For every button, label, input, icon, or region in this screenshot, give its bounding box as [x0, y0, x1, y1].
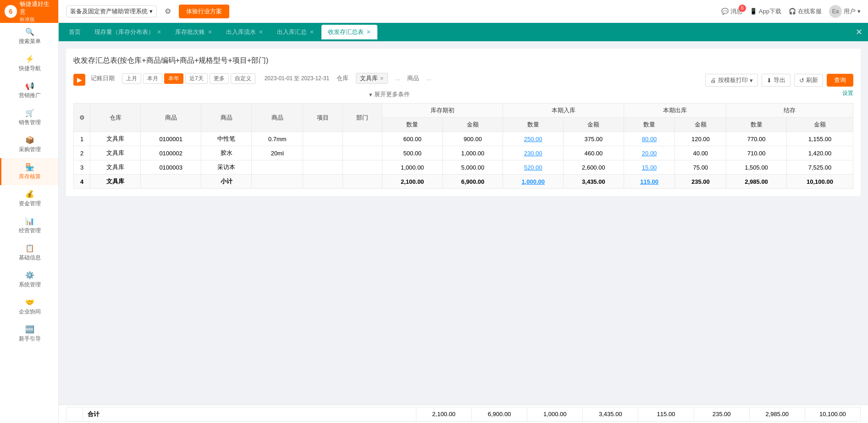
goods-more[interactable]: ...	[426, 75, 431, 82]
tab-flow[interactable]: 出入库流水✕	[220, 25, 270, 39]
expand-row: ▾ 展开更多条件	[73, 90, 705, 99]
total-in-qty: 1,000.00	[527, 407, 583, 421]
sidebar-item-quick[interactable]: ⚡快捷导航	[0, 50, 58, 77]
total-closing-qty: 2,985.00	[749, 407, 805, 421]
group-out: 本期出库	[624, 104, 726, 118]
export-button[interactable]: ⬇ 导出	[762, 74, 791, 87]
table-settings-header[interactable]: ⚙	[74, 104, 90, 132]
tab-close-batch[interactable]: ✕	[208, 29, 212, 35]
search-icon: 🔍	[25, 27, 34, 36]
sidebar-header[interactable]: 6 畅捷通好生意 标准版	[0, 0, 58, 23]
export-icon: ⬇	[767, 77, 772, 84]
col-warehouse: 仓库	[90, 104, 141, 132]
sidebar-item-collab[interactable]: 🤝企业协同	[0, 293, 58, 320]
sales-icon: 🛒	[25, 109, 34, 117]
tab-close-recv_send[interactable]: ✕	[366, 29, 371, 35]
sidebar-item-guide[interactable]: 🆕新手引导	[0, 320, 58, 347]
marketing-icon: 📢	[25, 82, 34, 90]
message-badge: 6	[739, 5, 746, 12]
filter-bar: ▶ 记账日期 上月本月本年近7天更多自定义 2023-01-01 至 2023-…	[73, 73, 705, 86]
col-name: 商品	[201, 104, 252, 132]
sidebar-nav: 🔍搜索菜单⚡快捷导航📢营销推广🛒销售管理📦采购管理🏪库存核算💰资金管理📊经营管理…	[0, 23, 58, 423]
total-in-amt: 3,435.00	[583, 407, 638, 421]
app-download-action[interactable]: 📱 App下载	[750, 7, 781, 16]
user-action[interactable]: Ea 用户 ▾	[829, 5, 861, 18]
tab-bar-end: ✕	[854, 25, 864, 39]
sidebar: 6 畅捷通好生意 标准版 🔍搜索菜单⚡快捷导航📢营销推广🛒销售管理📦采购管理🏪库…	[0, 0, 59, 423]
sidebar-item-basic[interactable]: 📋基础信息	[0, 239, 58, 266]
filter-toolbar-row: ▶ 记账日期 上月本月本年近7天更多自定义 2023-01-01 至 2023-…	[73, 73, 853, 103]
sub-in-amt: 金额	[564, 118, 624, 132]
sidebar-item-inventory[interactable]: 🏪库存核算	[0, 158, 58, 185]
expand-conditions-button[interactable]: ▾ 展开更多条件	[369, 90, 410, 99]
date-btn-上月[interactable]: 上月	[122, 73, 141, 84]
table-row: 2 文具库 0100002 胶水 20ml 500.00 1,000.00 23…	[74, 146, 853, 160]
date-btn-自定义[interactable]: 自定义	[231, 73, 255, 84]
sub-out-qty: 数量	[624, 118, 675, 132]
refresh-button[interactable]: ↺ 刷新	[794, 74, 823, 87]
date-btn-更多[interactable]: 更多	[210, 73, 229, 84]
finance-icon: 💰	[25, 190, 34, 198]
tab-close-stock_dist[interactable]: ✕	[157, 29, 161, 35]
tab-close-summary[interactable]: ✕	[310, 29, 314, 35]
filter-group: 记账日期 上月本月本年近7天更多自定义 2023-01-01 至 2023-12…	[91, 73, 705, 84]
quick-icon: ⚡	[25, 55, 34, 63]
tab-recv_send[interactable]: 收发存汇总表✕	[321, 25, 377, 39]
warehouse-tag-remove[interactable]: ✕	[380, 76, 384, 82]
report-card: 收发存汇总表(按仓库+商品编码+商品+规格型号+项目+部门) ▶ 记账日期 上月…	[66, 49, 861, 196]
total-opening-qty: 2,100.00	[416, 407, 471, 421]
tab-batch[interactable]: 库存批次账✕	[169, 25, 219, 39]
print-button[interactable]: 🖨 按模板打印 ▾	[705, 74, 758, 87]
chevron-down-icon: ▾	[149, 8, 153, 15]
col-project: 项目	[303, 104, 343, 132]
tab-stock_dist[interactable]: 现存量（库存分布表）✕	[88, 25, 168, 39]
brand-logo: 6	[5, 5, 17, 18]
warehouse-filter-tag[interactable]: 文具库 ✕	[356, 73, 388, 84]
tab-close-flow[interactable]: ✕	[259, 29, 263, 35]
table-row: 1 文具库 0100001 中性笔 0.7mm 600.00 900.00 25…	[74, 132, 853, 146]
sidebar-item-search[interactable]: 🔍搜索菜单	[0, 23, 58, 50]
sidebar-item-finance[interactable]: 💰资金管理	[0, 185, 58, 212]
tab-summary[interactable]: 出入库汇总✕	[271, 25, 321, 39]
date-btn-本月[interactable]: 本月	[143, 73, 162, 84]
chevron-down-icon: ▾	[750, 77, 753, 84]
sub-in-qty: 数量	[503, 118, 564, 132]
total-row: 合计 2,100.00 6,900.00 1,000.00 3,435.00 1…	[66, 407, 861, 421]
date-btn-近7天[interactable]: 近7天	[185, 73, 208, 84]
total-opening-amt: 6,900.00	[471, 407, 527, 421]
goods-filter-label: 商品	[407, 74, 419, 82]
total-out-qty: 115.00	[638, 407, 694, 421]
col-dept: 部门	[343, 104, 382, 132]
sidebar-item-marketing[interactable]: 📢营销推广	[0, 77, 58, 104]
online-service-action[interactable]: 🎧 在线客服	[789, 7, 822, 16]
close-all-tabs-button[interactable]: ✕	[854, 25, 864, 39]
group-in: 本期入库	[503, 104, 624, 118]
date-btn-本年[interactable]: 本年	[164, 73, 183, 84]
tab-home[interactable]: 首页	[62, 25, 87, 39]
toolbar-section: 🖨 按模板打印 ▾ ⬇ 导出 ↺ 刷新	[705, 73, 853, 97]
gear-button[interactable]: ⚙	[161, 5, 174, 18]
date-buttons: 上月本月本年近7天更多自定义	[122, 73, 255, 84]
sidebar-item-operation[interactable]: 📊经营管理	[0, 212, 58, 239]
brand-text: 畅捷通好生意 标准版	[20, 0, 54, 22]
sidebar-item-purchase[interactable]: 📦采购管理	[0, 131, 58, 158]
group-closing: 结存	[726, 104, 853, 118]
settings-link[interactable]: 设置	[842, 89, 853, 97]
filter-toggle-button[interactable]: ▶	[73, 74, 85, 86]
try-industry-button[interactable]: 体验行业方案	[179, 5, 229, 18]
headset-icon: 🎧	[789, 8, 796, 15]
query-button[interactable]: 查询	[827, 74, 853, 87]
chevron-down-icon: ▾	[857, 8, 861, 15]
sub-out-amt: 金额	[675, 118, 726, 132]
top-bar-left: 装备及固定资产辅助管理系统 ▾ ⚙ 体验行业方案	[66, 5, 229, 18]
message-action[interactable]: 💬 消息 6	[721, 7, 742, 16]
avatar: Ea	[829, 5, 842, 18]
page-title: 收发存汇总表(按仓库+商品编码+商品+规格型号+项目+部门)	[73, 56, 853, 66]
sub-opening-qty: 数量	[382, 118, 442, 132]
sidebar-item-sales[interactable]: 🛒销售管理	[0, 104, 58, 131]
tab-bar: 首页现存量（库存分布表）✕库存批次账✕出入库流水✕出入库汇总✕收发存汇总表✕ ✕	[59, 23, 868, 41]
sidebar-item-system[interactable]: ⚙️系统管理	[0, 266, 58, 293]
system-title-select[interactable]: 装备及固定资产辅助管理系统 ▾	[66, 5, 157, 17]
sub-closing-amt: 金额	[786, 118, 853, 132]
warehouse-more[interactable]: ...	[395, 75, 400, 82]
